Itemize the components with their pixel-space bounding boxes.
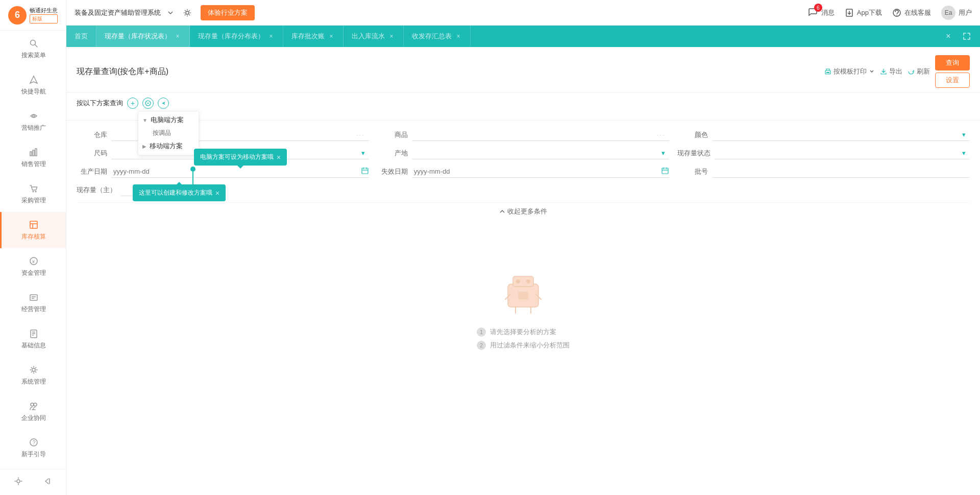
page-actions: 按模板打印 导出 刷新 查询 设置 xyxy=(824,55,970,88)
sidebar-item-guide[interactable]: ? 新手引导 xyxy=(0,430,66,466)
filter-size-label: 尺码 xyxy=(77,149,107,158)
product-dots[interactable]: ··· xyxy=(656,131,665,138)
origin-dropdown-icon: ▾ xyxy=(662,149,665,157)
collapse-conditions-btn[interactable]: 收起更多条件 xyxy=(77,202,970,220)
tab-inventory-status-close[interactable]: × xyxy=(174,33,181,40)
header-settings-icon[interactable] xyxy=(180,6,194,20)
produce-date-cal-icon[interactable] xyxy=(361,167,369,176)
fullscreen-btn[interactable] xyxy=(960,29,974,43)
empty-illustration xyxy=(498,266,549,317)
inv-status-select[interactable]: ▾ xyxy=(715,147,970,159)
tab-inout-flow[interactable]: 出入库流水 × xyxy=(344,26,404,47)
operations-icon xyxy=(28,292,39,303)
support-label: 在线客服 xyxy=(904,8,931,17)
svg-point-28 xyxy=(186,11,189,14)
inventory-icon xyxy=(28,219,39,230)
filter-batch: 批号 xyxy=(677,166,970,178)
collapse-label: 收起更多条件 xyxy=(507,207,547,216)
industry-btn[interactable]: 体验行业方案 xyxy=(201,5,255,20)
tab-inventory-dist[interactable]: 现存量（库存分布表） × xyxy=(190,26,283,47)
system-select[interactable] xyxy=(167,9,174,16)
sidebar-item-operations[interactable]: 经营管理 xyxy=(0,285,66,321)
sidebar-item-search-menu[interactable]: 搜索菜单 xyxy=(0,31,66,67)
print-btn[interactable]: 按模板打印 xyxy=(824,67,875,76)
svg-point-21 xyxy=(32,368,35,371)
filter-produce-date-label: 生产日期 xyxy=(77,167,107,176)
sidebar-item-label: 基础信息 xyxy=(21,341,46,350)
tab-inventory-dist-close[interactable]: × xyxy=(267,33,275,40)
tab-receive-summary-close[interactable]: × xyxy=(455,33,462,40)
scheme-arrow-btn[interactable] xyxy=(158,98,169,109)
top-header: 装备及固定资产辅助管理系统 体验行业方案 6 消息 App下载 xyxy=(66,0,980,26)
tab-batch-ledger-close[interactable]: × xyxy=(328,33,335,40)
tab-receive-summary[interactable]: 收发存汇总表 × xyxy=(404,26,471,47)
tab-inout-flow-close[interactable]: × xyxy=(388,33,395,40)
tooltip2-close[interactable]: × xyxy=(215,189,219,197)
page-inner: 现存量查询(按仓库+商品) 按模板打印 导出 刷新 xyxy=(66,47,980,495)
app-download-action[interactable]: App下载 xyxy=(845,8,882,17)
product-input[interactable] xyxy=(416,131,657,138)
produce-date-input[interactable] xyxy=(111,166,359,177)
expire-date-input[interactable] xyxy=(412,166,659,177)
refresh-label: 刷新 xyxy=(917,67,930,76)
filter-expire-date-label: 失效日期 xyxy=(377,167,408,176)
enterprise-icon xyxy=(28,400,39,412)
query-btn[interactable]: 查询 xyxy=(935,55,970,70)
sidebar-item-quick-nav[interactable]: 快捷导航 xyxy=(0,67,66,103)
edit-scheme-btn[interactable] xyxy=(142,98,154,109)
basic-info-icon xyxy=(28,328,39,339)
export-btn[interactable]: 导出 xyxy=(880,67,902,76)
tree-expand-mobile-icon: ▶ xyxy=(142,144,146,149)
desktop-scheme-child[interactable]: 按调品 xyxy=(138,127,199,139)
search-menu-icon xyxy=(28,38,39,49)
header-left: 装备及固定资产辅助管理系统 体验行业方案 xyxy=(75,5,255,20)
tree-expand-icon: ▼ xyxy=(142,117,148,123)
add-scheme-btn[interactable]: + xyxy=(127,98,138,109)
sidebar-item-enterprise[interactable]: 企业协同 xyxy=(0,393,66,430)
tab-inventory-status[interactable]: 现存量（库存状况表） × xyxy=(96,26,190,47)
batch-input[interactable] xyxy=(712,166,970,178)
close-all-tabs-btn[interactable]: × xyxy=(941,29,955,43)
desktop-scheme-item[interactable]: ▼ 电脑端方案 xyxy=(138,113,199,127)
collapse-sidebar-icon[interactable] xyxy=(43,477,52,488)
color-select[interactable]: ▾ xyxy=(712,129,970,141)
support-action[interactable]: 在线客服 xyxy=(892,8,931,17)
message-action[interactable]: 6 消息 xyxy=(808,7,835,18)
expire-date-field xyxy=(412,166,670,178)
sidebar-bottom xyxy=(0,469,66,495)
tab-batch-ledger[interactable]: 库存批次账 × xyxy=(283,26,344,47)
step2-num: 2 xyxy=(477,341,486,350)
warehouse-dots[interactable]: ··· xyxy=(356,131,365,138)
origin-select[interactable]: ▾ xyxy=(412,147,670,159)
sidebar-item-sales[interactable]: 销售管理 xyxy=(0,139,66,176)
sidebar-item-label: 新手引导 xyxy=(21,450,46,459)
expire-date-cal-icon[interactable] xyxy=(661,167,669,176)
system-name: 装备及固定资产辅助管理系统 xyxy=(75,8,161,17)
size-dropdown-icon: ▾ xyxy=(361,149,365,157)
user-action[interactable]: Ea 用户 xyxy=(941,6,972,20)
main-area: 装备及固定资产辅助管理系统 体验行业方案 6 消息 App下载 xyxy=(66,0,980,495)
tooltip1-close[interactable]: × xyxy=(277,153,281,161)
sidebar-item-basic-info[interactable]: 基础信息 xyxy=(0,321,66,357)
tooltip2-text: 这里可以创建和修改方案哦 xyxy=(139,188,212,197)
tooltip-create-scheme: 这里可以创建和修改方案哦 × xyxy=(133,184,226,201)
sidebar-item-finance[interactable]: ¥ 资金管理 xyxy=(0,248,66,285)
refresh-btn[interactable]: 刷新 xyxy=(908,67,930,76)
sidebar-item-purchase[interactable]: 采购管理 xyxy=(0,176,66,212)
sidebar-item-label: 企业协同 xyxy=(21,414,46,422)
sidebar-item-system[interactable]: 系统管理 xyxy=(0,357,66,393)
sidebar-item-marketing[interactable]: 营销推广 xyxy=(0,103,66,139)
sidebar-nav: 搜索菜单 快捷导航 营销推广 销售管理 采购管理 xyxy=(0,31,66,469)
connector-dot xyxy=(190,167,195,172)
message-badge: 6 xyxy=(814,4,822,12)
header-right: 6 消息 App下载 在线客服 Ea 用户 xyxy=(808,6,972,20)
svg-text:¥: ¥ xyxy=(32,259,35,264)
tab-inventory-dist-label: 现存量（库存分布表） xyxy=(198,32,264,41)
filter-row-1: 仓库 ··· 商品 ··· xyxy=(77,129,970,141)
mobile-scheme-item[interactable]: ▶ 移动端方案 xyxy=(138,139,199,153)
tab-home[interactable]: 首页 xyxy=(66,26,96,47)
tab-batch-ledger-label: 库存批次账 xyxy=(291,32,325,41)
set-btn[interactable]: 设置 xyxy=(935,73,970,88)
sidebar-item-inventory[interactable]: 库存核算 xyxy=(0,212,66,248)
settings-bottom-icon[interactable] xyxy=(14,477,23,488)
